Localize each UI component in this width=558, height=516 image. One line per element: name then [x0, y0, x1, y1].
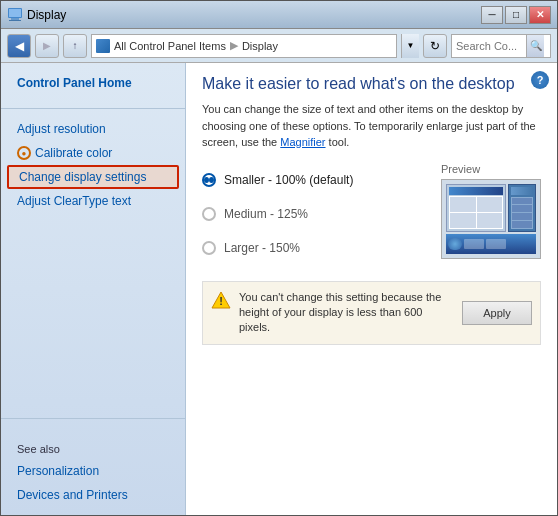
up-button[interactable]: ↑: [63, 34, 87, 58]
back-button[interactable]: ◀: [7, 34, 31, 58]
preview-sb-item-4: [512, 221, 532, 228]
sidebar: Control Panel Home Adjust resolution ● C…: [1, 63, 186, 515]
warning-text: You can't change this setting because th…: [239, 290, 454, 336]
sidebar-divider-2: [1, 418, 185, 419]
title-bar-left: Display: [7, 7, 66, 23]
options-row: Smaller - 100% (default) Medium - 125% L…: [202, 163, 541, 265]
address-dropdown-arrow[interactable]: ▼: [401, 34, 419, 58]
preview-box: [441, 179, 541, 259]
option-smaller-label: Smaller - 100% (default): [224, 173, 353, 187]
radio-smaller[interactable]: [202, 173, 216, 187]
option-medium-label: Medium - 125%: [224, 207, 308, 221]
apply-button[interactable]: Apply: [462, 301, 532, 325]
sidebar-spacer: [1, 213, 185, 410]
preview-sb-item-3: [512, 213, 532, 220]
svg-rect-1: [9, 9, 21, 17]
forward-button[interactable]: ▶: [35, 34, 59, 58]
option-medium[interactable]: Medium - 125%: [202, 197, 421, 231]
search-input[interactable]: [456, 40, 526, 52]
address-field[interactable]: All Control Panel Items ▶ Display: [91, 34, 397, 58]
help-icon[interactable]: ?: [531, 71, 549, 89]
option-smaller[interactable]: Smaller - 100% (default): [202, 163, 421, 197]
window-icon: [7, 7, 23, 23]
preview-cell-3: [450, 213, 476, 228]
path-separator: ▶: [230, 39, 238, 52]
search-box[interactable]: 🔍: [451, 34, 551, 58]
minimize-button[interactable]: ─: [481, 6, 503, 24]
sidebar-item-devices-printers[interactable]: Devices and Printers: [1, 483, 185, 507]
title-bar: Display ─ □ ✕: [1, 1, 557, 29]
preview-main-window: [446, 184, 506, 232]
address-bar: ◀ ▶ ↑ All Control Panel Items ▶ Display …: [1, 29, 557, 63]
option-larger-label: Larger - 150%: [224, 241, 300, 255]
title-bar-controls: ─ □ ✕: [481, 6, 551, 24]
options-column: Smaller - 100% (default) Medium - 125% L…: [202, 163, 421, 265]
title-bar-title: Display: [27, 8, 66, 22]
svg-text:!: !: [219, 295, 223, 307]
calibrate-icon: ●: [17, 146, 31, 160]
preview-inner: [442, 180, 540, 258]
sidebar-item-adjust-resolution[interactable]: Adjust resolution: [1, 117, 185, 141]
radio-larger[interactable]: [202, 241, 216, 255]
sidebar-item-calibrate-color[interactable]: ● Calibrate color: [1, 141, 185, 165]
preview-taskbar: [446, 234, 536, 254]
sidebar-item-change-display-settings[interactable]: Change display settings: [7, 165, 179, 189]
preview-section: Preview: [441, 163, 541, 259]
preview-sidebar-window: [508, 184, 536, 232]
preview-cell-1: [450, 197, 476, 212]
radio-medium[interactable]: [202, 207, 216, 221]
sidebar-item-home[interactable]: Control Panel Home: [1, 71, 185, 100]
preview-sidebar-body: [511, 197, 533, 229]
preview-cell-2: [477, 197, 503, 212]
address-path-part1: All Control Panel Items: [114, 40, 226, 52]
preview-sb-item-2: [512, 205, 532, 212]
window: Display ─ □ ✕ ◀ ▶ ↑ All Control Panel It…: [0, 0, 558, 516]
preview-sb-item-1: [512, 198, 532, 205]
preview-win-titlebar: [449, 187, 503, 195]
refresh-button[interactable]: ↻: [423, 34, 447, 58]
warning-icon: !: [211, 290, 231, 310]
preview-win-body: [449, 196, 503, 229]
address-path-part2: Display: [242, 40, 278, 52]
preview-start-button: [448, 238, 462, 250]
sidebar-item-personalization[interactable]: Personalization: [1, 459, 185, 483]
sidebar-item-adjust-cleartype[interactable]: Adjust ClearType text: [1, 189, 185, 213]
svg-rect-3: [9, 20, 21, 21]
magnifier-link[interactable]: Magnifier: [280, 136, 325, 148]
content-area: Control Panel Home Adjust resolution ● C…: [1, 63, 557, 515]
search-icon[interactable]: 🔍: [526, 35, 544, 57]
main-description: You can change the size of text and othe…: [202, 101, 541, 151]
option-larger[interactable]: Larger - 150%: [202, 231, 421, 265]
preview-sidebar-titlebar: [511, 187, 533, 195]
sidebar-divider-1: [1, 108, 185, 109]
preview-taskbar-item-1: [464, 239, 484, 249]
main-title: Make it easier to read what's on the des…: [202, 75, 541, 93]
warning-area: ! You can't change this setting because …: [202, 281, 541, 345]
restore-button[interactable]: □: [505, 6, 527, 24]
see-also-label: See also: [1, 427, 185, 459]
preview-cell-4: [477, 213, 503, 228]
preview-label: Preview: [441, 163, 541, 175]
main-panel: ? Make it easier to read what's on the d…: [186, 63, 557, 515]
preview-taskbar-item-2: [486, 239, 506, 249]
control-panel-icon: [96, 39, 110, 53]
close-button[interactable]: ✕: [529, 6, 551, 24]
svg-rect-2: [11, 18, 19, 20]
